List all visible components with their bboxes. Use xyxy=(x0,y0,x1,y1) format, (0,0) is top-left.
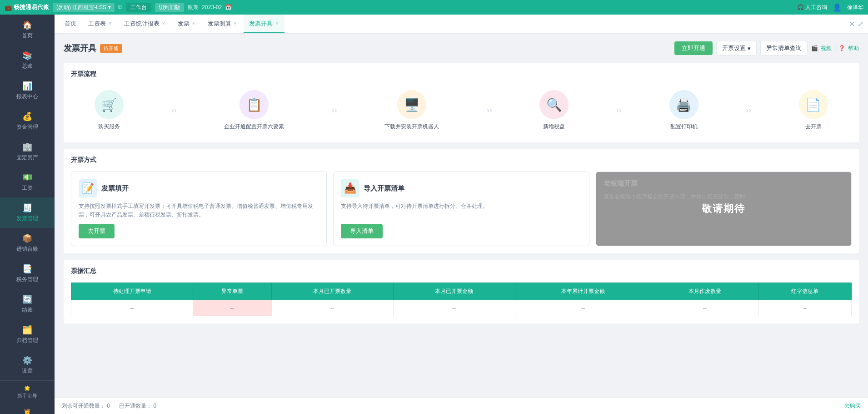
flow-step-download-robot[interactable]: 🖥️ 下载并安装开票机器人 xyxy=(384,90,439,131)
download-robot-icon: 🖥️ xyxy=(397,90,426,119)
col-month-amount: 本月已开票金额 xyxy=(393,283,515,300)
sidebar-item-label: 结账 xyxy=(22,306,33,314)
company-name: (勿动) 江西服宝-LSS xyxy=(56,4,106,11)
headset-icon: 🎧 xyxy=(797,4,804,10)
chevron-down-icon: ▾ xyxy=(748,45,751,52)
status-badge: 待开通 xyxy=(100,44,122,53)
guide-icon: 🌟 xyxy=(24,385,30,391)
open-ticket-icon: 📄 xyxy=(799,90,828,119)
sidebar-item-payroll[interactable]: 💵 工资 xyxy=(0,167,55,197)
page-title: 发票开具 xyxy=(64,43,96,54)
restore-tab-button[interactable]: ⤢ xyxy=(858,20,863,28)
help-label[interactable]: 帮助 xyxy=(848,45,859,52)
sidebar-item-archive[interactable]: 🗂️ 归档管理 xyxy=(0,319,55,350)
sidebar-item-tax[interactable]: 📑 税务管理 xyxy=(0,258,55,289)
top-bar-right: 🎧 人工咨询 👤 徐泽华 xyxy=(797,3,863,12)
content-area: 首页 工资表 × 工资统计报表 × 发票 × 发票测算 × xyxy=(55,15,868,414)
import-list-button[interactable]: 导入清单 xyxy=(341,224,383,238)
col-abnormal: 异常单票 xyxy=(193,283,271,300)
close-icon[interactable]: × xyxy=(108,20,112,27)
flow-arrow-5: ›› xyxy=(746,106,751,115)
method-header: 📝 发票填开 xyxy=(79,179,319,197)
tab-label: 发票开具 xyxy=(249,20,273,28)
view-label[interactable]: 视频 xyxy=(821,45,832,52)
tab-bar: 首页 工资表 × 工资统计报表 × 发票 × 发票测算 × xyxy=(55,15,868,34)
abnormal-query-button[interactable]: 异常清单查询 xyxy=(760,41,808,56)
go-purchase-link[interactable]: 去购买 xyxy=(844,402,861,410)
method-action: 去开票 xyxy=(79,224,319,238)
tab-payroll-report[interactable]: 工资统计报表 × xyxy=(119,15,171,33)
cell-void-count: -- xyxy=(651,300,758,316)
sidebar-item-label: 归档管理 xyxy=(16,337,38,344)
sidebar-item-purchase-sale[interactable]: 📦 进销台账 xyxy=(0,228,55,258)
sidebar-item-member[interactable]: 👑 畅会员 xyxy=(0,404,55,414)
import-list-icon: 📥 xyxy=(341,179,359,197)
sidebar-item-home[interactable]: 🏠 首页 xyxy=(0,15,55,45)
close-icon[interactable]: × xyxy=(191,20,196,27)
payroll-icon: 💵 xyxy=(22,172,32,182)
tab-label: 发票 xyxy=(178,20,190,28)
sidebar-item-funds[interactable]: 💰 资金管理 xyxy=(0,106,55,136)
main-layout: 🏠 首页 📚 总账 📊 报表中心 💰 资金管理 🏢 固定资产 💵 工资 🧾 发票… xyxy=(0,15,868,414)
sidebar-item-label: 新手引导 xyxy=(17,393,37,399)
app-name: 畅捷通易代账 xyxy=(14,3,49,11)
close-icon[interactable]: × xyxy=(161,20,166,27)
sidebar-item-label: 首页 xyxy=(22,32,33,40)
flow-step-buy-service[interactable]: 🛒 购买服务 xyxy=(95,90,124,131)
ledger-icon: 📚 xyxy=(22,50,32,61)
flow-step-config-printer[interactable]: 🖨️ 配置打印机 xyxy=(669,90,698,131)
method-desc: 支持按照发票样式手工填写开发票；可开具增值税电子普通发票、增值税普通发票、增值税… xyxy=(79,202,319,219)
sidebar-item-ledger[interactable]: 📚 总账 xyxy=(0,45,55,76)
sidebar-item-new-user-guide[interactable]: 🌟 新手引导 xyxy=(0,381,55,404)
open-settings-button[interactable]: 开票设置 ▾ xyxy=(716,41,757,56)
col-void-count: 本月作废数量 xyxy=(651,283,758,300)
flow-step-enterprise-config[interactable]: 📋 企业开通配置开票六要素 xyxy=(224,90,284,131)
sidebar-item-settlement[interactable]: 🔄 结账 xyxy=(0,289,55,319)
sidebar-item-label: 总账 xyxy=(22,62,33,70)
old-version-button[interactable]: 切到旧版 xyxy=(155,3,184,12)
sidebar-item-assets[interactable]: 🏢 固定资产 xyxy=(0,136,55,167)
method-desc: 支持导入待开票清单，可对待开票清单进行拆分、合并处理。 xyxy=(341,202,581,211)
tab-invoice-open[interactable]: 发票开具 × xyxy=(244,15,284,33)
method-action: 导入清单 xyxy=(341,224,581,238)
tab-invoice-calc[interactable]: 发票测算 × xyxy=(202,15,243,33)
opened-value: 0 xyxy=(153,403,156,409)
flow-step-add-taxdisk[interactable]: 🔍 新增税盘 xyxy=(539,90,569,131)
tab-bar-left: 首页 工资表 × 工资统计报表 × 发票 × 发票测算 × xyxy=(59,15,284,33)
method-card-manual-fill: 📝 发票填开 支持按照发票样式手工填写开发票；可开具增值税电子普通发票、增值税普… xyxy=(71,172,327,246)
sidebar-item-reports[interactable]: 📊 报表中心 xyxy=(0,76,55,106)
method-card-old-client: 老板端开票 查看老板端小程序提交的开票申请，并作出相应处理，暂时 敬请期待 xyxy=(596,172,852,246)
sidebar-item-invoice-mgmt[interactable]: 🧾 发票管理 xyxy=(0,197,55,228)
immediate-open-button[interactable]: 立即开通 xyxy=(674,41,713,55)
flow-section-title: 开票流程 xyxy=(71,70,852,78)
consult-label[interactable]: 🎧 人工咨询 xyxy=(797,4,827,11)
remaining-value: 0 xyxy=(107,403,110,409)
flow-step-label: 新增税盘 xyxy=(543,123,565,131)
tab-home[interactable]: 首页 xyxy=(59,15,82,33)
cell-year-amount: -- xyxy=(515,300,651,316)
close-tab-button[interactable]: ✕ xyxy=(849,20,855,28)
settings-icon: ⚙️ xyxy=(22,355,32,365)
tab-label: 工资表 xyxy=(88,20,106,28)
archive-icon: 🗂️ xyxy=(22,325,32,335)
close-icon[interactable]: × xyxy=(274,20,279,27)
method-title: 发票填开 xyxy=(101,184,129,193)
tab-payroll[interactable]: 工资表 × xyxy=(83,15,118,33)
sidebar-item-label: 发票管理 xyxy=(16,215,38,222)
sidebar-item-settings[interactable]: ⚙️ 设置 xyxy=(0,350,55,380)
coming-soon-overlay: 敬请期待 xyxy=(596,172,851,246)
flow-step-open-ticket[interactable]: 📄 去开票 xyxy=(799,90,828,131)
period-value: 2023-02 xyxy=(202,4,222,10)
buy-service-icon: 🛒 xyxy=(95,90,124,119)
close-icon[interactable]: × xyxy=(233,20,238,27)
enterprise-config-icon: 📋 xyxy=(239,90,269,119)
col-year-amount: 本年累计开票金额 xyxy=(515,283,651,300)
go-open-ticket-button[interactable]: 去开票 xyxy=(79,224,115,238)
tab-invoice[interactable]: 发票 × xyxy=(172,15,201,33)
company-selector[interactable]: (勿动) 江西服宝-LSS ▾ xyxy=(53,3,115,12)
tab-label: 首页 xyxy=(65,20,76,28)
flow-section: 开票流程 🛒 购买服务 ›› 📋 企业开通配置开票六要素 ›› 🖥️ 下载并 xyxy=(64,63,859,142)
workspace-button[interactable]: 工作台 xyxy=(126,3,151,12)
opened-label: 已开通数量： 0 xyxy=(119,402,156,410)
period-label: 账期 2023-02 📅 xyxy=(188,4,232,11)
